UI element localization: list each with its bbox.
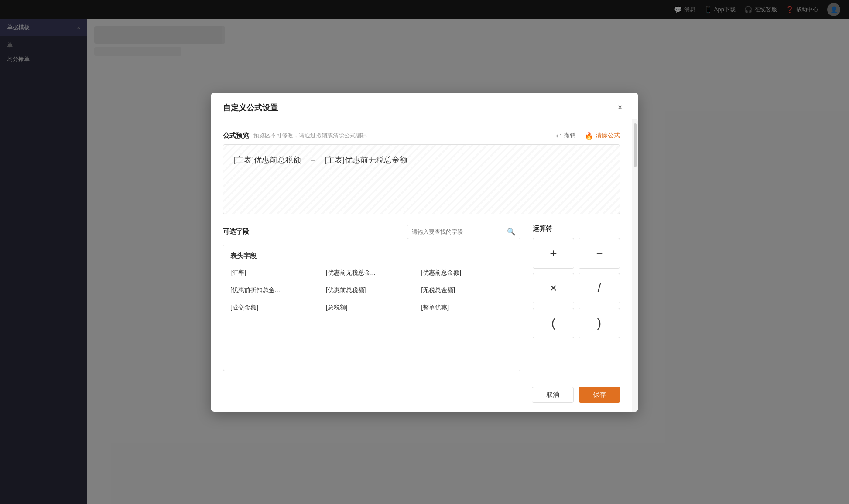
operator-button[interactable]: － xyxy=(579,238,620,269)
field-item[interactable]: [总税额] xyxy=(326,302,418,313)
operator-button[interactable]: ( xyxy=(533,308,574,338)
modal-scrollbar[interactable] xyxy=(632,119,638,412)
field-item[interactable]: [优惠前总金额] xyxy=(421,267,513,279)
field-item[interactable]: [优惠前无税总金... xyxy=(326,267,418,279)
formula-section-hint: 预览区不可修改，请通过撤销或清除公式编辑 xyxy=(253,132,556,140)
fields-title: 可选字段 xyxy=(223,228,249,236)
modal-dialog: 自定义公式设置 × 公式预览 预览区不可修改，请通过撤销或清除公式编辑 ↩ 撤销… xyxy=(211,93,638,412)
fields-list-container[interactable]: 表头字段 [汇率][优惠前无税总金...[优惠前总金额][优惠前折扣总金...[… xyxy=(223,245,520,371)
operator-button[interactable]: / xyxy=(579,273,620,303)
field-item[interactable]: [汇率] xyxy=(230,267,322,279)
field-item[interactable]: [优惠前总税额] xyxy=(326,285,418,296)
formula-part1: [主表]优惠前总税额 xyxy=(234,155,301,165)
field-item[interactable]: [无税总金额] xyxy=(421,285,513,296)
fields-header: 可选字段 🔍 xyxy=(223,225,520,239)
formula-operator: － xyxy=(308,153,318,167)
operator-button[interactable]: × xyxy=(533,273,574,303)
modal-close-button[interactable]: × xyxy=(614,102,626,114)
modal-body: 公式预览 预览区不可修改，请通过撤销或清除公式编辑 ↩ 撤销 🔥 清除公式 xyxy=(211,121,638,380)
clear-formula-button[interactable]: 🔥 清除公式 xyxy=(585,132,620,140)
scrollbar-thumb xyxy=(634,123,637,167)
field-item[interactable]: [成交金额] xyxy=(230,302,322,313)
undo-button[interactable]: ↩ 撤销 xyxy=(556,132,576,140)
search-input[interactable] xyxy=(412,228,504,235)
operators-panel: 运算符 +－×/() xyxy=(533,225,620,371)
cancel-button[interactable]: 取消 xyxy=(532,387,574,403)
formula-preview-box: [主表]优惠前总税额 － [主表]优惠前无税总金额 xyxy=(223,144,620,214)
modal-header: 自定义公式设置 × xyxy=(211,93,638,121)
formula-expression: [主表]优惠前总税额 － [主表]优惠前无税总金额 xyxy=(234,153,609,167)
search-box[interactable]: 🔍 xyxy=(407,225,520,239)
field-item[interactable]: [优惠前折扣总金... xyxy=(230,285,322,296)
clear-icon: 🔥 xyxy=(585,132,593,140)
lower-section: 可选字段 🔍 表头字段 [汇率][优惠前无税总金...[优惠前总金额][优惠前折… xyxy=(223,225,620,371)
modal-footer: 取消 保存 xyxy=(211,380,638,412)
fields-grid: [汇率][优惠前无税总金...[优惠前总金额][优惠前折扣总金...[优惠前总税… xyxy=(230,267,513,313)
operator-button[interactable]: + xyxy=(533,238,574,269)
operators-grid: +－×/() xyxy=(533,238,620,338)
undo-icon: ↩ xyxy=(556,132,561,140)
save-button[interactable]: 保存 xyxy=(579,387,620,403)
fields-panel: 可选字段 🔍 表头字段 [汇率][优惠前无税总金...[优惠前总金额][优惠前折… xyxy=(223,225,520,371)
operator-button[interactable]: ) xyxy=(579,308,620,338)
modal-title: 自定义公式设置 xyxy=(223,102,278,113)
field-item[interactable]: [整单优惠] xyxy=(421,302,513,313)
formula-section-label: 公式预览 xyxy=(223,132,249,140)
formula-preview-section: 公式预览 预览区不可修改，请通过撤销或清除公式编辑 ↩ 撤销 🔥 清除公式 xyxy=(223,132,620,214)
modal-backdrop: 自定义公式设置 × 公式预览 预览区不可修改，请通过撤销或清除公式编辑 ↩ 撤销… xyxy=(0,0,849,504)
operators-title: 运算符 xyxy=(533,225,620,233)
fields-group-title: 表头字段 xyxy=(230,252,513,260)
search-icon: 🔍 xyxy=(507,228,516,236)
formula-part2: [主表]优惠前无税总金额 xyxy=(325,155,407,165)
